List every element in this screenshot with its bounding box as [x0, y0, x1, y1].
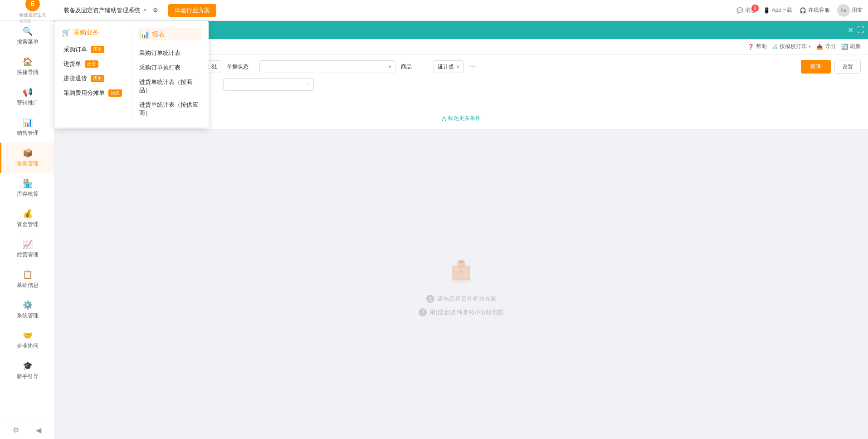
newbie-icon: 🎓	[23, 361, 33, 371]
history-badge-2: 历史	[85, 60, 98, 68]
print-icon: 🖨	[772, 44, 778, 50]
refresh-btn[interactable]: 🔄 刷新	[841, 43, 861, 50]
dropdown-report-col: 📊 报表 采购订单统计表 采购订单执行表 进货单统计表（按商品） 进货单统计表（…	[137, 28, 202, 120]
empty-state: 1 请先选择要分析的方案 2 用[过滤]条件来缩小分析范围	[54, 130, 868, 439]
sidebar-item-inventory[interactable]: 🏪 库存核算	[0, 173, 54, 203]
search-icon: 🔍	[23, 26, 33, 36]
salesperson-select[interactable]: ···	[223, 78, 314, 91]
phone-icon: 📱	[763, 7, 770, 14]
report-title-icon: 📊	[140, 30, 149, 39]
purchase-title-icon: 🛒	[62, 28, 71, 37]
select-arrow-icon: ▾	[389, 64, 391, 70]
help-icon: ❓	[747, 44, 754, 50]
sidebar-item-sales[interactable]: 📊 销售管理	[0, 112, 54, 143]
search-btn[interactable]: 查询	[801, 60, 831, 74]
doc-status-label: 单据状态	[227, 63, 254, 71]
sidebar-item-marketing[interactable]: 📢 营销推广	[0, 82, 54, 112]
settings-icon[interactable]: ⚙	[150, 5, 161, 16]
user-btn[interactable]: Ea 用友	[837, 4, 863, 17]
export-icon: 📤	[816, 44, 823, 50]
logo-text: 畅捷通好生意 标准版	[19, 12, 46, 24]
sidebar-item-newbie[interactable]: 🎓 新手引导	[0, 355, 54, 386]
print-btn[interactable]: 🖨 按模板打印 ▾	[772, 43, 811, 50]
empty-illustration	[443, 253, 479, 289]
notification-badge: 9	[751, 5, 759, 12]
dropdown-item-goods-order[interactable]: 进货单 历史	[62, 57, 126, 71]
system-icon: ⚙️	[23, 300, 33, 310]
dropdown-item-purchase-order-stat[interactable]: 采购订单统计表	[137, 46, 202, 60]
history-badge-1: 历史	[91, 46, 104, 53]
notification-icon: 💬	[736, 7, 743, 14]
sales-icon: 📊	[23, 118, 33, 128]
sidebar-item-search[interactable]: 🔍 搜索菜单	[0, 21, 54, 51]
collapse-btn[interactable]: ⋀ 收起更多条件	[442, 114, 481, 122]
system-title: 装备及固定资产辅助管理系统	[63, 6, 140, 15]
sidebar-bottom: ⚙ ◀	[0, 421, 54, 439]
sidebar-item-operations[interactable]: 📈 经营管理	[0, 234, 54, 264]
dropdown-report-title: 📊 报表	[137, 28, 202, 40]
goods-label: 商品	[401, 63, 428, 71]
sidebar-item-system[interactable]: ⚙️ 系统管理	[0, 295, 54, 325]
headset-icon: 🎧	[800, 7, 806, 14]
help-btn[interactable]: ❓ 帮助	[747, 43, 767, 50]
dropdown-purchase-title: 🛒 采购业务	[62, 28, 126, 37]
marketing-icon: 📢	[23, 87, 33, 97]
svg-point-3	[457, 259, 465, 268]
online-service-btn[interactable]: 🎧 在线客服	[800, 6, 830, 14]
collapse-up-icon: ⋀	[442, 115, 446, 122]
home-icon: 🏠	[23, 57, 33, 67]
header-right: 💬 消息 9 📱 App下载 🎧 在线客服 Ea 用友	[736, 4, 863, 17]
base-icon: 📋	[23, 270, 33, 280]
top-header: 6 畅捷通好生意 标准版 装备及固定资产辅助管理系统 ▾ ⚙ 体验行业方案 💬 …	[0, 0, 868, 21]
tab-close-all-icon[interactable]: ✕	[848, 26, 853, 35]
dropdown-item-goods-return[interactable]: 进货退货 历史	[62, 71, 126, 86]
purchase-icon: 📦	[23, 148, 33, 158]
industry-btn[interactable]: 体验行业方案	[168, 4, 216, 17]
sidebar-item-capital[interactable]: 💰 资金管理	[0, 203, 54, 234]
system-title-area: 装备及固定资产辅助管理系统 ▾ ⚙ 体验行业方案	[60, 4, 736, 17]
sidebar-collapse-btn[interactable]: ◀	[36, 426, 41, 434]
refresh-icon: 🔄	[841, 44, 848, 50]
salesperson-dots-icon: ···	[305, 81, 310, 88]
dropdown-item-purchase-order[interactable]: 采购订单 历史	[62, 42, 126, 57]
dropdown-divider	[132, 28, 132, 120]
logo-area: 6 畅捷通好生意 标准版	[5, 0, 60, 24]
sidebar-item-base[interactable]: 📋 基础信息	[0, 264, 54, 295]
dropdown-purchase-col: 🛒 采购业务 采购订单 历史 进货单 历史 进货退货 历史 采购费用分摊单 历史	[62, 28, 126, 120]
capital-icon: 💰	[23, 209, 33, 219]
empty-hint-2: 2 用[过滤]条件来缩小分析范围	[419, 308, 503, 316]
goods-tag[interactable]: 设计桌 ✕	[434, 60, 464, 73]
sidebar-item-purchase[interactable]: 📦 采购管理	[0, 143, 54, 173]
app-download-btn[interactable]: 📱 App下载	[763, 6, 792, 14]
history-badge-4: 历史	[108, 89, 122, 97]
dropdown-item-purchase-expense[interactable]: 采购费用分摊单 历史	[62, 86, 126, 100]
tab-expand-icon[interactable]: ⛶	[857, 26, 864, 34]
dropdown-item-goods-stat-by-supplier[interactable]: 进货单统计表（按供应商）	[137, 98, 202, 120]
set-btn[interactable]: 设置	[834, 60, 861, 74]
inventory-icon: 🏪	[23, 178, 33, 188]
enterprise-icon: 🤝	[23, 330, 33, 340]
dropdown-item-goods-stat-by-goods[interactable]: 进货单统计表（按商品）	[137, 75, 202, 98]
goods-more-btn[interactable]: ···	[469, 63, 475, 71]
history-badge-3: 历史	[91, 75, 104, 82]
export-btn[interactable]: 📤 导出	[816, 43, 836, 50]
print-dropdown-icon[interactable]: ▾	[809, 44, 811, 49]
logo-icon: 6	[25, 0, 40, 11]
svg-rect-4	[458, 261, 463, 263]
notification-btn[interactable]: 💬 消息 9	[736, 6, 756, 14]
sidebar-item-quick-nav[interactable]: 🏠 快捷导航	[0, 51, 54, 82]
sidebar-item-enterprise[interactable]: 🤝 企业协同	[0, 325, 54, 355]
doc-status-select[interactable]: ▾	[259, 60, 395, 73]
goods-tag-close-icon[interactable]: ✕	[456, 64, 460, 70]
dropdown-item-purchase-order-exec[interactable]: 采购订单执行表	[137, 60, 202, 75]
operations-icon: 📈	[23, 239, 33, 249]
sidebar: 🔍 搜索菜单 🏠 快捷导航 📢 营销推广 📊 销售管理 📦 采购管理 🏪 库存核…	[0, 21, 54, 439]
purchase-dropdown-menu: 🛒 采购业务 采购订单 历史 进货单 历史 进货退货 历史 采购费用分摊单 历史…	[54, 21, 209, 128]
avatar: Ea	[837, 4, 850, 17]
dropdown-arrow-icon[interactable]: ▾	[144, 7, 146, 13]
tab-bar-right: ✕ ⛶	[848, 21, 868, 39]
empty-hint-1: 1 请先选择要分析的方案	[426, 295, 496, 303]
sidebar-settings-btn[interactable]: ⚙	[13, 426, 19, 434]
